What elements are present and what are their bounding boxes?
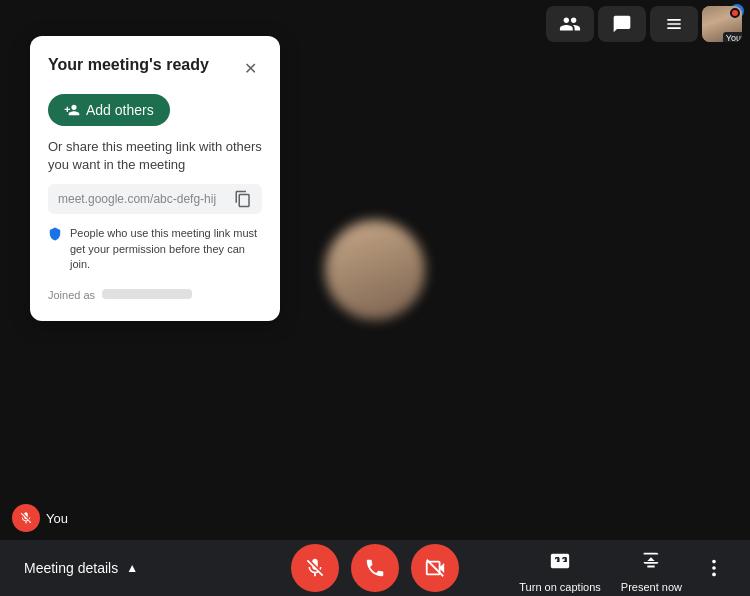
svg-point-2 (712, 566, 716, 570)
copy-link-button[interactable] (234, 190, 252, 208)
more-options-button[interactable] (694, 548, 734, 588)
present-icon (633, 543, 669, 579)
modal-close-button[interactable]: ✕ (238, 56, 262, 80)
present-now-button[interactable]: Present now (613, 539, 690, 596)
captions-icon (542, 543, 578, 579)
permission-text: People who use this meeting link must ge… (70, 226, 262, 272)
captions-label: Turn on captions (519, 581, 601, 593)
end-call-button[interactable] (351, 544, 399, 592)
share-text: Or share this meeting link with others y… (48, 138, 262, 174)
joined-name-value (102, 289, 192, 299)
meeting-details-label: Meeting details (24, 560, 118, 576)
chat-button[interactable] (598, 6, 646, 42)
present-now-label: Present now (621, 581, 682, 593)
you-badge: You (723, 32, 742, 42)
top-bar: 1 You (538, 0, 750, 48)
controls-right: Turn on captions Present now (511, 539, 734, 596)
mic-off-badge (12, 504, 40, 532)
joined-as-row: Joined as (48, 285, 262, 303)
you-label-area: You (12, 504, 68, 532)
permission-row: People who use this meeting link must ge… (48, 226, 262, 272)
activities-button[interactable] (650, 6, 698, 42)
controls-center (291, 544, 459, 592)
add-others-button[interactable]: Add others (48, 94, 170, 126)
joined-as-label: Joined as (48, 289, 95, 301)
meeting-ready-modal: Your meeting's ready ✕ Add others Or sha… (30, 36, 280, 321)
meeting-link: meet.google.com/abc-defg-hij (58, 192, 226, 206)
user-avatar-button[interactable]: You (702, 6, 742, 42)
svg-point-1 (712, 560, 716, 564)
notification-dot (730, 8, 740, 18)
captions-button[interactable]: Turn on captions (511, 539, 609, 596)
you-text: You (46, 511, 68, 526)
participants-button[interactable]: 1 (546, 6, 594, 42)
participant-avatar (325, 220, 425, 320)
camera-button[interactable] (411, 544, 459, 592)
link-box: meet.google.com/abc-defg-hij (48, 184, 262, 214)
modal-header: Your meeting's ready ✕ (48, 56, 262, 80)
shield-icon (48, 227, 62, 244)
modal-title: Your meeting's ready (48, 56, 209, 74)
bottom-bar: Meeting details ▲ Turn on captions (0, 540, 750, 596)
chevron-up-icon: ▲ (126, 561, 138, 575)
svg-point-3 (712, 573, 716, 577)
mute-button[interactable] (291, 544, 339, 592)
